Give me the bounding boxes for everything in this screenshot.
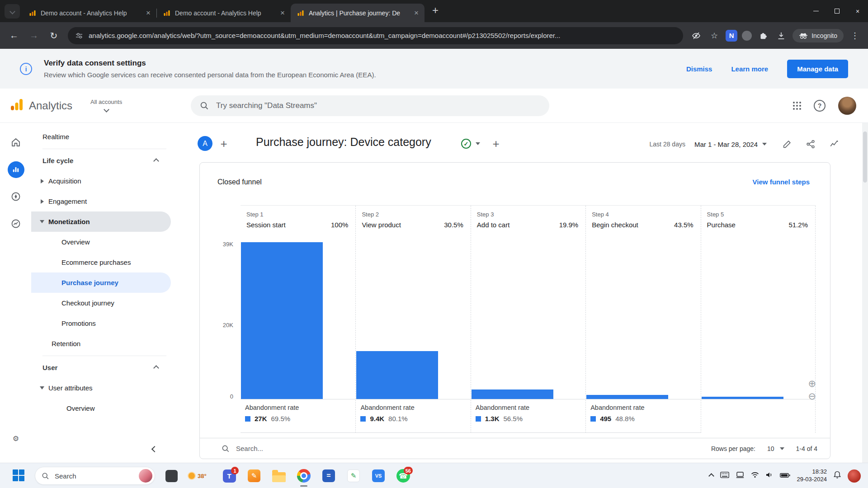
browser-tab-2[interactable]: Demo account - Analytics Help × <box>157 4 291 22</box>
sidebar-item-realtime[interactable]: Realtime <box>31 127 172 147</box>
start-button[interactable] <box>13 469 24 481</box>
extension-n-icon[interactable]: N <box>726 30 737 42</box>
new-tab-button[interactable]: + <box>429 4 442 17</box>
view-funnel-steps-link[interactable]: View funnel steps <box>753 178 810 186</box>
apps-grid-icon[interactable] <box>793 102 801 110</box>
date-range-picker[interactable]: Mar 1 - Mar 28, 2024 <box>694 141 767 148</box>
wifi-icon[interactable] <box>751 472 759 480</box>
sidebar-item-user-overview[interactable]: Overview <box>31 398 172 418</box>
close-tab-icon[interactable]: × <box>144 9 153 18</box>
admin-gear-icon[interactable]: ⚙ <box>6 428 26 448</box>
sidebar-item-monetization[interactable]: Monetization <box>31 211 171 232</box>
add-collaborator-button[interactable]: + <box>217 137 231 150</box>
editor-app-icon[interactable]: ✎ <box>346 467 361 485</box>
divider <box>42 149 166 149</box>
pinned-app-icon[interactable] <box>164 467 179 485</box>
manage-data-button[interactable]: Manage data <box>787 60 848 78</box>
report-status-badge[interactable]: ✓ <box>461 139 480 149</box>
forward-button[interactable]: → <box>26 28 42 43</box>
insights-icon[interactable] <box>828 138 840 150</box>
reports-icon[interactable] <box>6 160 26 179</box>
battery-icon[interactable] <box>780 472 790 480</box>
taskbar-search[interactable]: Search <box>35 467 155 485</box>
chrome-icon[interactable] <box>296 467 311 485</box>
chat-app-icon[interactable]: T 1 <box>222 467 237 485</box>
incognito-badge[interactable]: Incognito <box>793 29 844 42</box>
help-icon[interactable]: ? <box>814 100 826 112</box>
sidebar-item-promotions[interactable]: Promotions <box>31 313 172 333</box>
back-button[interactable]: ← <box>6 28 22 43</box>
taskbar-clock[interactable]: 18:32 29-03-2024 <box>797 468 827 483</box>
sidebar-item-retention[interactable]: Retention <box>31 333 172 354</box>
home-icon[interactable] <box>6 132 26 152</box>
close-window-button[interactable]: × <box>847 0 868 22</box>
funnel-bar[interactable] <box>702 397 783 399</box>
extensions-puzzle-icon[interactable] <box>756 29 770 42</box>
screen-recorder-icon[interactable] <box>848 469 861 483</box>
sidebar-item-user-attributes[interactable]: User attributes <box>31 378 172 398</box>
page-scrollbar[interactable] <box>862 123 868 463</box>
vscode-icon[interactable]: VS <box>371 467 386 485</box>
sidebar-item-acquisition[interactable]: Acquisition <box>31 171 172 191</box>
global-search[interactable] <box>191 95 549 116</box>
downloads-icon[interactable] <box>774 29 788 42</box>
browser-tab-active[interactable]: Analytics | Purchase journey: De × <box>291 4 425 22</box>
reload-button[interactable]: ↻ <box>46 28 61 43</box>
display-icon[interactable] <box>736 472 744 480</box>
table-search-input[interactable] <box>236 445 344 452</box>
table-footer: Rows per page: 10 1-4 of 4 <box>200 438 830 459</box>
browser-tab-1[interactable]: Demo account - Analytics Help × <box>23 4 156 22</box>
sidebar-item-overview[interactable]: Overview <box>31 232 172 252</box>
step-chart <box>586 238 700 399</box>
notifications-bell-icon[interactable] <box>834 471 841 481</box>
sidebar-item-purchase-journey[interactable]: Purchase journey <box>31 272 171 293</box>
collaborator-avatar[interactable]: A <box>198 136 212 151</box>
funnel-bar[interactable] <box>356 351 438 399</box>
keyboard-icon[interactable] <box>720 472 729 480</box>
sidebar-label: Overview <box>66 404 95 412</box>
browser-menu-icon[interactable]: ⋮ <box>848 29 862 42</box>
account-switcher[interactable]: All accounts <box>90 99 122 113</box>
notes-app-icon[interactable]: ✎ <box>246 467 262 485</box>
zoom-in-icon[interactable]: ⊕ <box>808 379 816 388</box>
add-report-button[interactable]: + <box>489 137 503 150</box>
sidebar-section-life-cycle[interactable]: Life cycle <box>31 150 172 171</box>
close-tab-icon[interactable]: × <box>278 9 287 18</box>
minimize-button[interactable] <box>806 0 826 22</box>
explore-icon[interactable] <box>6 187 26 206</box>
whatsapp-icon[interactable]: ☎ 56 <box>396 467 411 485</box>
dismiss-button[interactable]: Dismiss <box>686 65 712 73</box>
eye-off-icon[interactable] <box>689 29 703 42</box>
file-explorer-icon[interactable] <box>271 467 287 485</box>
funnel-bar[interactable] <box>472 389 553 399</box>
funnel-bar[interactable] <box>586 395 668 399</box>
sidebar-section-user[interactable]: User <box>31 357 172 378</box>
user-avatar[interactable] <box>838 97 856 115</box>
address-bar[interactable]: analytics.google.com/analytics/web/?utm_… <box>68 27 683 44</box>
share-report-icon[interactable] <box>805 138 816 150</box>
funnel-bar[interactable] <box>241 242 323 399</box>
edit-report-icon[interactable] <box>781 138 793 150</box>
scrollbar-thumb[interactable] <box>863 131 867 183</box>
close-tab-icon[interactable]: × <box>412 9 421 18</box>
sidebar-item-engagement[interactable]: Engagement <box>31 191 172 211</box>
tray-overflow-icon[interactable] <box>708 473 714 479</box>
sidebar-item-checkout-journey[interactable]: Checkout journey <box>31 293 172 313</box>
pencil-icon: ✎ <box>347 469 360 482</box>
global-search-input[interactable] <box>216 101 540 110</box>
rows-per-page-select[interactable]: 10 <box>767 445 784 452</box>
tab-search-button[interactable] <box>5 4 20 19</box>
calculator-icon[interactable]: = <box>321 467 336 485</box>
maximize-button[interactable] <box>826 0 847 22</box>
volume-icon[interactable] <box>766 472 773 480</box>
learn-more-button[interactable]: Learn more <box>731 65 768 73</box>
extension-icon[interactable] <box>742 31 752 41</box>
search-highlight-image[interactable] <box>139 469 152 483</box>
site-settings-icon[interactable] <box>75 32 83 40</box>
bookmark-star-icon[interactable]: ☆ <box>708 29 721 42</box>
advertising-icon[interactable] <box>6 214 26 234</box>
collapse-sidebar-button[interactable] <box>152 445 157 453</box>
zoom-out-icon[interactable]: ⊖ <box>808 391 816 401</box>
weather-widget[interactable]: 38° <box>189 467 212 485</box>
sidebar-item-ecommerce-purchases[interactable]: Ecommerce purchases <box>31 252 172 272</box>
